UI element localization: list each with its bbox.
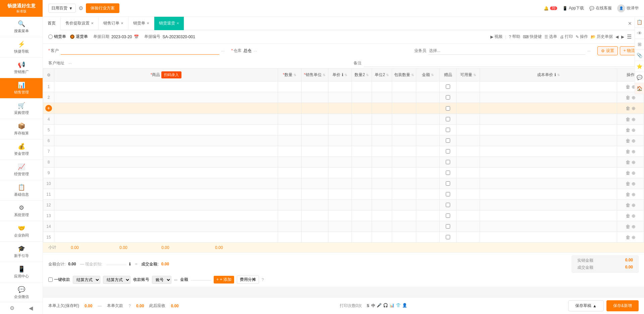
user-profile[interactable]: 👤 徐泽华 <box>617 4 639 12</box>
calculation-select[interactable]: 结算方式 <box>103 276 130 284</box>
unit-price-cell[interactable] <box>328 135 352 146</box>
unit-price-cell[interactable] <box>328 92 352 103</box>
unit2-cell[interactable] <box>372 125 392 135</box>
history-action[interactable]: 📂 历史单据 <box>591 34 613 40</box>
sidebar-item-operations[interactable]: 📈 经营管理 <box>0 160 43 180</box>
gift-checkbox[interactable] <box>446 149 450 153</box>
delete-row-btn[interactable]: 🗑 <box>626 138 630 143</box>
qty-cell[interactable] <box>278 92 301 103</box>
qty2-cell[interactable] <box>352 232 372 243</box>
qty-cell[interactable] <box>278 157 301 168</box>
gift-checkbox[interactable] <box>446 213 450 218</box>
warehouse-select-btn[interactable]: ··· <box>254 49 257 53</box>
cost-price-cell[interactable] <box>480 200 617 210</box>
pack-qty-cell[interactable] <box>392 210 416 221</box>
sidebar-item-wechat[interactable]: 💬 企业微信 <box>0 282 43 302</box>
available-cell[interactable] <box>457 81 480 92</box>
sidebar-item-search[interactable]: 🔍 搜索菜单 <box>0 17 43 37</box>
available-cell[interactable] <box>457 221 480 232</box>
unit-price-cell[interactable] <box>328 168 352 178</box>
cost-price-cell[interactable] <box>480 221 617 232</box>
gift-cell[interactable] <box>440 210 457 221</box>
unit2-cell[interactable] <box>372 210 392 221</box>
copy-row-btn[interactable]: ⊕ <box>632 95 636 100</box>
delete-row-btn[interactable]: 🗑 <box>626 181 630 186</box>
gift-cell[interactable] <box>440 125 457 135</box>
pack-qty-cell[interactable] <box>392 135 416 146</box>
qty2-cell[interactable] <box>352 157 372 168</box>
unit-price-sort-icon[interactable]: ⇅ <box>344 73 347 77</box>
one-key-pay-checkbox[interactable]: 一键收款 <box>48 277 70 282</box>
gift-checkbox[interactable] <box>446 160 450 164</box>
gift-checkbox[interactable] <box>446 84 450 89</box>
cost-price-cell[interactable] <box>480 146 617 157</box>
sidebar-item-system[interactable]: ⚙ 系统管理 <box>0 201 43 221</box>
pack-qty-cell[interactable] <box>392 221 416 232</box>
settings-footer-icon[interactable]: ⚙ <box>10 305 14 311</box>
sale-unit-cell[interactable] <box>301 81 328 92</box>
unit-price-cell[interactable] <box>328 103 352 114</box>
available-cell[interactable] <box>457 189 480 200</box>
gift-checkbox[interactable] <box>446 95 450 100</box>
qty-cell[interactable] <box>278 221 301 232</box>
sale-unit-cell[interactable] <box>301 232 328 243</box>
gift-cell[interactable] <box>440 221 457 232</box>
save-draft-button[interactable]: 保存草稿 ▲ <box>568 300 604 311</box>
qty-cell[interactable] <box>278 210 301 221</box>
amount-cell[interactable] <box>416 92 440 103</box>
copy-row-btn[interactable]: ⊕ <box>632 213 636 218</box>
sidebar-item-inventory[interactable]: 📦 库存核算 <box>0 119 43 139</box>
customer-select-btn[interactable]: ··· <box>221 49 225 53</box>
gift-cell[interactable] <box>440 178 457 189</box>
amount-cell[interactable] <box>416 114 440 125</box>
radio-return-input[interactable] <box>70 35 74 39</box>
qty2-cell[interactable] <box>352 210 372 221</box>
help-action[interactable]: ? 帮助 <box>509 34 520 40</box>
settlement-select[interactable]: 结算方式 <box>73 276 100 284</box>
delete-row-btn[interactable]: 🗑 <box>626 117 630 122</box>
one-key-pay-input[interactable] <box>48 277 53 282</box>
amount-cell[interactable] <box>416 178 440 189</box>
gift-cell[interactable] <box>440 103 457 114</box>
right-panel-icon-4[interactable]: 📎 <box>635 50 644 61</box>
delete-row-btn[interactable]: 🗑 <box>626 235 630 240</box>
pack-qty-cell[interactable] <box>392 178 416 189</box>
unit-price-cell[interactable] <box>328 221 352 232</box>
available-cell[interactable] <box>457 200 480 210</box>
topbar-settings-icon[interactable]: ⚙ <box>78 5 83 11</box>
cost-price-cell[interactable] <box>480 210 617 221</box>
gift-checkbox[interactable] <box>446 192 450 196</box>
sale-unit-sort-icon[interactable]: ⇅ <box>323 73 325 77</box>
cost-price-info-icon[interactable]: ℹ <box>554 72 556 77</box>
product-cell[interactable] <box>54 114 278 125</box>
cost-price-cell[interactable] <box>480 125 617 135</box>
unit-price-cell[interactable] <box>328 210 352 221</box>
available-cell[interactable] <box>457 103 480 114</box>
delete-row-btn[interactable]: 🗑 <box>626 106 630 111</box>
amount-cell[interactable] <box>416 232 440 243</box>
unit-price-cell[interactable] <box>328 81 352 92</box>
sidebar-item-sales[interactable]: 📊 销售管理 <box>0 78 43 99</box>
gift-cell[interactable] <box>440 135 457 146</box>
amount-cell[interactable] <box>416 146 440 157</box>
gift-cell[interactable] <box>440 81 457 92</box>
gift-cell[interactable] <box>440 114 457 125</box>
tab-sales-order[interactable]: 销售订单 ✕ <box>99 17 128 30</box>
unit2-cell[interactable] <box>372 92 392 103</box>
sidebar-item-purchase[interactable]: 🛒 采购管理 <box>0 99 43 119</box>
gift-cell[interactable] <box>440 168 457 178</box>
delete-row-btn[interactable]: 🗑 <box>626 95 630 100</box>
gift-checkbox[interactable] <box>446 171 450 175</box>
gift-cell[interactable] <box>440 232 457 243</box>
right-panel-icon-1[interactable]: 📋 <box>635 17 644 28</box>
qty2-cell[interactable] <box>352 92 372 103</box>
calendar-icon[interactable]: 📅 <box>134 35 139 39</box>
sidebar-item-finance[interactable]: 💰 资金管理 <box>0 139 43 160</box>
qty2-cell[interactable] <box>352 114 372 125</box>
sale-unit-cell[interactable] <box>301 135 328 146</box>
unit-price-cell[interactable] <box>328 189 352 200</box>
gift-checkbox[interactable] <box>446 235 450 239</box>
qty-cell[interactable] <box>278 189 301 200</box>
cost-price-cell[interactable] <box>480 81 617 92</box>
copy-row-btn[interactable]: ⊕ <box>632 149 636 154</box>
